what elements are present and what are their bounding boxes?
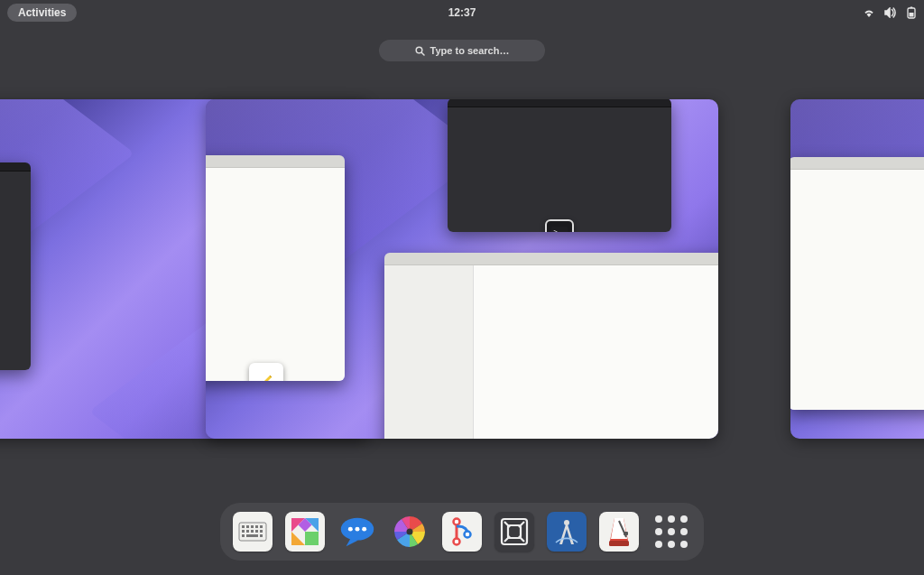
dash-show-apps[interactable] [651, 512, 691, 552]
svg-rect-18 [260, 525, 263, 528]
content-pane [474, 265, 719, 439]
search-placeholder: Type to search… [430, 45, 510, 56]
clock[interactable]: 12:37 [448, 6, 476, 19]
svg-rect-24 [242, 534, 245, 537]
overview-search[interactable]: Type to search… [379, 40, 545, 61]
keyboard-icon [238, 522, 267, 542]
window-text-editor[interactable] [206, 155, 345, 381]
svg-rect-48 [609, 541, 629, 546]
window-body [790, 170, 924, 410]
dot-icon [668, 515, 675, 523]
svg-rect-21 [251, 530, 254, 533]
svg-point-38 [454, 519, 460, 525]
dash-metronome[interactable] [599, 512, 639, 552]
svg-marker-30 [305, 532, 319, 545]
git-branch-icon [449, 517, 475, 546]
dash-tangram[interactable] [285, 512, 325, 552]
svg-line-4 [421, 52, 424, 55]
svg-point-35 [362, 527, 366, 532]
window-titlebar [206, 155, 345, 168]
window-terminal[interactable]: >_ [448, 99, 671, 232]
svg-rect-26 [260, 534, 263, 537]
svg-rect-19 [242, 530, 245, 533]
dash [220, 503, 704, 561]
svg-point-34 [356, 527, 360, 532]
metronome-icon [605, 515, 633, 548]
svg-text:>_: >_ [554, 228, 562, 232]
dash-commits[interactable] [442, 512, 482, 552]
dash-designer[interactable] [547, 512, 587, 552]
boxes-icon [499, 516, 530, 547]
pinwheel-icon [391, 513, 429, 551]
top-bar: Activities 12:37 [0, 0, 924, 25]
dot-icon [655, 515, 662, 523]
sidebar-pane [384, 265, 474, 439]
dot-icon [655, 528, 662, 535]
svg-point-33 [348, 527, 353, 532]
terminal-icon: >_ [545, 219, 574, 232]
dot-icon [680, 541, 688, 548]
workspace-3[interactable] [790, 99, 924, 439]
svg-marker-29 [291, 532, 305, 545]
window-titlebar [0, 162, 31, 172]
tangram-icon [290, 516, 320, 547]
status-area[interactable] [863, 6, 917, 19]
battery-icon [906, 6, 917, 19]
workspace-2[interactable]: >_ [206, 99, 718, 439]
window-blank[interactable] [790, 157, 924, 410]
svg-rect-42 [508, 525, 521, 538]
svg-rect-17 [255, 525, 258, 528]
window-body [384, 265, 718, 439]
window-titlebar [384, 253, 718, 265]
dot-icon [680, 528, 688, 535]
svg-rect-23 [260, 530, 263, 533]
svg-point-36 [407, 529, 413, 535]
window-titlebar [790, 157, 924, 170]
svg-rect-22 [255, 530, 258, 533]
compass-icon [550, 515, 583, 548]
window-body [0, 172, 31, 370]
svg-rect-1 [910, 7, 913, 9]
dash-onscreen-keyboard[interactable] [233, 512, 273, 552]
svg-rect-50 [624, 532, 628, 535]
volume-icon [884, 7, 897, 18]
activities-button[interactable]: Activities [7, 4, 77, 22]
svg-point-39 [454, 539, 460, 545]
window-body [206, 168, 345, 381]
text-editor-icon [249, 363, 283, 381]
window-body [448, 107, 671, 232]
svg-rect-25 [246, 534, 258, 537]
svg-rect-16 [251, 525, 254, 528]
svg-point-40 [465, 532, 471, 538]
dash-boxes[interactable] [494, 512, 534, 552]
window-terminal[interactable] [0, 162, 31, 370]
dot-icon [655, 541, 662, 548]
dash-messaging[interactable] [337, 512, 377, 552]
svg-rect-15 [246, 525, 249, 528]
svg-rect-2 [910, 13, 914, 17]
svg-rect-14 [242, 525, 245, 528]
window-titlebar [448, 99, 671, 107]
dot-icon [680, 515, 688, 523]
dot-icon [668, 528, 675, 535]
dash-photos[interactable] [390, 512, 430, 552]
messaging-icon [337, 514, 377, 550]
search-icon [415, 46, 425, 56]
workspace-strip: >_ [0, 81, 924, 449]
wifi-icon [863, 7, 875, 18]
svg-rect-20 [246, 530, 249, 533]
window-messaging[interactable] [384, 253, 718, 439]
dot-icon [668, 541, 675, 548]
